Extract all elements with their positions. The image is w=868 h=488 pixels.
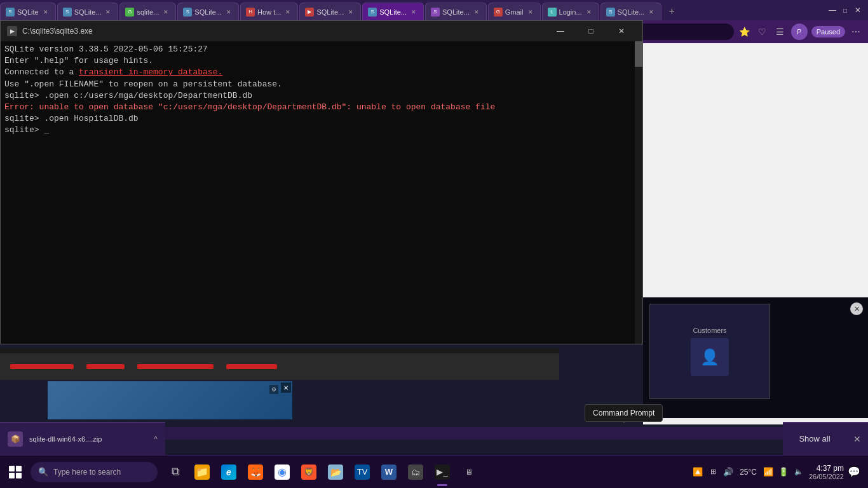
right-panel-top: [643, 43, 868, 297]
clock[interactable]: 4:37 pm 26/05/2022: [809, 464, 844, 480]
tab-11[interactable]: S SQLite... ✕: [600, 3, 662, 20]
file-explorer-icon: 📁: [194, 464, 210, 480]
edge-icon: e: [221, 464, 236, 480]
brave-button[interactable]: 🦁: [296, 457, 322, 487]
tab-6[interactable]: ▶ SQLite... ✕: [299, 3, 361, 20]
cmd-line-7: sqlite> .open HospitalDB.db: [4, 113, 639, 125]
heart-icon[interactable]: ♡: [756, 25, 770, 39]
download-bar: 📦 sqlite-dll-win64-x6....zip ^: [0, 422, 165, 455]
cmd-icon: ▶: [7, 26, 17, 36]
video-label: Customers: [693, 327, 726, 334]
tab-11-close[interactable]: ✕: [647, 8, 656, 17]
tab-7[interactable]: S SQLite... ✕: [362, 3, 424, 20]
tab-8-icon: S: [431, 8, 440, 17]
cmd-maximize-button[interactable]: □: [576, 22, 606, 40]
new-tab-button[interactable]: +: [663, 3, 681, 20]
tab-2-close[interactable]: ✕: [104, 8, 112, 17]
notifications-icon[interactable]: 💬: [848, 466, 860, 478]
tray-battery-icon[interactable]: 🔋: [777, 466, 790, 478]
tab-2[interactable]: S SQLite... ✕: [57, 3, 119, 20]
file-explorer-button[interactable]: 📁: [189, 457, 215, 487]
browser-close-button[interactable]: ✕: [853, 5, 863, 15]
download-filename: sqlite-dll-win64-x6....zip: [29, 435, 147, 443]
tab-4-icon: S: [183, 8, 192, 17]
video-thumbnail-container: Customers 👤 ✕: [643, 297, 868, 418]
tab-3[interactable]: G sqlite... ✕: [119, 3, 176, 20]
taskbar-search[interactable]: 🔍 Type here to search: [31, 462, 158, 482]
cmd-scrollbar-thumb[interactable]: [635, 41, 642, 67]
tab-9[interactable]: G Gmail ✕: [488, 3, 541, 20]
cmd-tooltip: Command Prompt: [585, 404, 663, 422]
cmd-titlebar: ▶ C:\sqlite3\sqlite3.exe — □ ✕: [1, 21, 642, 41]
cmd-content[interactable]: SQLite version 3.38.5 2022-05-06 15:25:2…: [1, 41, 642, 344]
taskview-button[interactable]: ⧉: [163, 457, 188, 487]
start-button[interactable]: [0, 456, 31, 489]
tab-8-close[interactable]: ✕: [472, 8, 481, 17]
firefox-button[interactable]: 🦊: [243, 457, 268, 487]
taskview-icon: ⧉: [168, 464, 183, 480]
partial-block-4: [226, 364, 277, 369]
tray-expand-icon[interactable]: 🔼: [691, 466, 704, 478]
cmd-line-4: Use ".open FILENAME" to reopen on a pers…: [4, 79, 639, 90]
tab-6-label: SQLite...: [316, 8, 344, 16]
cmd-button[interactable]: ▶_: [430, 457, 455, 487]
close-download-bar-button[interactable]: ✕: [846, 422, 868, 455]
tab-1[interactable]: S SQLite ✕: [0, 3, 56, 20]
tab-1-close[interactable]: ✕: [41, 8, 50, 17]
teamviewer-button[interactable]: TV: [349, 457, 375, 487]
cmd-minimize-button[interactable]: —: [546, 22, 575, 40]
tab-7-close[interactable]: ✕: [409, 8, 418, 17]
files-button[interactable]: 🗂: [403, 457, 428, 487]
tab-4[interactable]: S SQLite... ✕: [177, 3, 239, 20]
tray-network-icon[interactable]: ⊞: [707, 466, 719, 478]
chrome-button[interactable]: ◉: [269, 457, 295, 487]
folder-button[interactable]: 📂: [323, 457, 348, 487]
ad-close-button[interactable]: ✕: [281, 383, 291, 393]
browser-maximize-button[interactable]: □: [840, 5, 850, 15]
tab-5-close[interactable]: ✕: [283, 8, 292, 17]
tab-3-close[interactable]: ✕: [161, 8, 170, 17]
folder-icon: 📂: [328, 464, 343, 480]
tab-10-close[interactable]: ✕: [585, 8, 593, 17]
cmd-window: ▶ C:\sqlite3\sqlite3.exe — □ ✕ SQLite ve…: [0, 20, 643, 344]
ad-banner: ✕ ⚙: [48, 381, 292, 419]
ad-settings-button[interactable]: ⚙: [269, 385, 278, 394]
video-close-button[interactable]: ✕: [850, 302, 863, 315]
browser-minimize-button[interactable]: —: [827, 5, 837, 15]
tab-2-label: SQLite...: [74, 8, 102, 16]
tray-network2-icon[interactable]: 📶: [762, 466, 775, 478]
start-block-1: [9, 466, 15, 471]
temperature-display: 25°C: [737, 468, 759, 477]
tab-9-close[interactable]: ✕: [526, 8, 535, 17]
tab-6-close[interactable]: ✕: [346, 8, 355, 17]
tab-8-label: SQLite...: [442, 8, 470, 16]
chrome-icon: ◉: [275, 464, 290, 480]
word-button[interactable]: W: [376, 457, 402, 487]
cmd-win-btns: — □ ✕: [546, 22, 636, 40]
tray-speaker-icon[interactable]: 🔈: [792, 466, 805, 478]
bookmark-icon[interactable]: ⭐: [738, 25, 752, 39]
more-options-icon[interactable]: ⋯: [849, 25, 863, 39]
cmd-scrollbar[interactable]: [635, 41, 642, 344]
tab-6-icon: ▶: [305, 8, 314, 17]
tab-3-label: sqlite...: [137, 8, 159, 16]
tab-5[interactable]: H How t... ✕: [240, 3, 298, 20]
show-desktop-button[interactable]: 🖥: [456, 457, 482, 487]
cmd-line-3: Connected to a transient in-memory datab…: [4, 67, 639, 78]
paused-button[interactable]: Paused: [811, 26, 845, 37]
cmd-close-button[interactable]: ✕: [607, 22, 636, 40]
browser-window-controls: — □ ✕: [822, 5, 868, 15]
tab-4-close[interactable]: ✕: [224, 8, 233, 17]
partial-block-1: [10, 364, 74, 369]
tab-10[interactable]: L Login... ✕: [542, 3, 599, 20]
download-file-icon: 📦: [8, 431, 23, 447]
taskbar: 🔍 Type here to search ⧉ 📁 e 🦊 ◉ 🦁 📂: [0, 455, 868, 488]
cmd-taskbar-icon: ▶_: [435, 464, 450, 480]
tab-8[interactable]: S SQLite... ✕: [425, 3, 487, 20]
download-chevron-button[interactable]: ^: [154, 435, 158, 444]
tray-volume-icon[interactable]: 🔊: [722, 466, 735, 478]
sidebar-toggle-icon[interactable]: ☰: [773, 25, 787, 39]
show-all-button[interactable]: Show all: [783, 422, 846, 455]
edge-button[interactable]: e: [216, 457, 241, 487]
profile-button[interactable]: P: [791, 24, 808, 40]
